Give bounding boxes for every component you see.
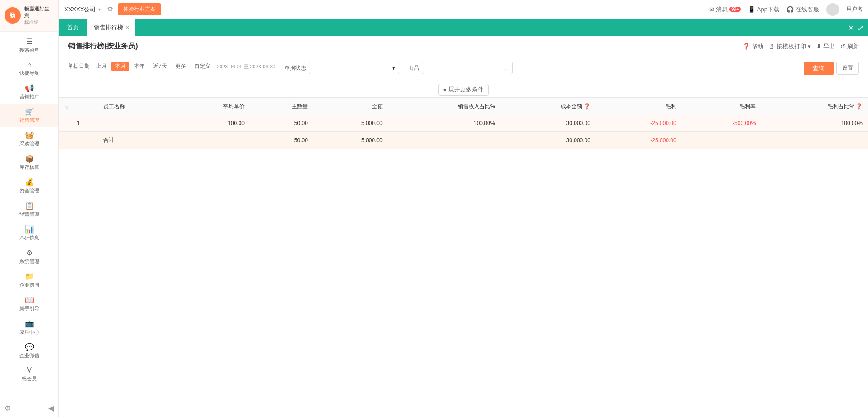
search-nav-icon: ☰ (26, 37, 33, 46)
print-icon: 🖨 (769, 43, 775, 50)
cost-help-icon[interactable]: ❓ (584, 103, 590, 110)
industry-btn[interactable]: 体验行业方案 (118, 3, 161, 15)
footer-empty1 (59, 131, 98, 149)
sidebar-item-marketing[interactable]: 📢 营销推广 (0, 80, 58, 104)
app-download-action[interactable]: 📱 App下载 (748, 5, 779, 14)
cell-rank: 1 (59, 115, 98, 132)
filter-setting-btn[interactable]: 设置 (836, 62, 859, 75)
template-print-btn[interactable]: 🖨 按模板打印 ▾ (769, 43, 811, 51)
date-filter-group: 单据日期 上月 本月 本年 近7天 更多 自定义 2023-06-01 至 20… (68, 62, 275, 71)
message-label: 消息 (716, 5, 728, 14)
tabbar: 首页 销售排行榜 × ✕ ⤢ (59, 19, 868, 36)
sidebar-item-guide[interactable]: 📖 新手引导 (0, 292, 58, 316)
sidebar-item-finance[interactable]: 💰 资金管理 (0, 174, 58, 198)
tab-restore-icon[interactable]: ⤢ (858, 24, 863, 32)
footer-gross-pct (761, 131, 868, 149)
finance-nav-label: 资金管理 (19, 187, 39, 194)
collapse-icon[interactable]: ◀ (48, 404, 54, 412)
cell-name (98, 115, 174, 132)
export-icon: ⬇ (816, 43, 821, 50)
export-label: 导出 (823, 43, 835, 51)
page-header: 销售排行榜(按业务员) ❓ 帮助 🖨 按模板打印 ▾ ⬇ 导出 (59, 36, 868, 57)
apps-nav-label: 应用中心 (19, 329, 39, 336)
col-sales-pct: 销售收入占比% (388, 98, 501, 115)
avatar[interactable] (826, 3, 839, 16)
date-tab-this-month[interactable]: 本月 (111, 62, 129, 71)
main-area: XXXXX公司 ▾ ⚙ 体验行业方案 ✉ 消息 99+ 📱 App下载 🎧 在线… (59, 0, 868, 417)
sidebar-item-member[interactable]: V 畅会员 (0, 363, 58, 386)
sidebar-nav: ☰ 搜索菜单 ⌂ 快捷导航 📢 营销推广 🛒 销售管理 🧺 采购管理 📦 库存核… (0, 32, 58, 399)
member-nav-icon: V (27, 366, 32, 374)
sidebar-item-apps[interactable]: 📺 应用中心 (0, 316, 58, 339)
footer-avg-price (174, 131, 250, 149)
query-btn[interactable]: 查询 (804, 62, 834, 75)
col-gross-rate: 毛利率 (682, 98, 762, 115)
help-btn[interactable]: ❓ 帮助 (743, 43, 763, 51)
guide-nav-icon: 📖 (25, 296, 34, 304)
export-btn[interactable]: ⬇ 导出 (816, 43, 835, 51)
logo-char: 畅 (10, 11, 15, 19)
goods-filter-group: 商品 … (408, 62, 513, 74)
sidebar-item-search[interactable]: ☰ 搜索菜单 (0, 34, 58, 57)
sidebar-item-system[interactable]: ⚙ 系统管理 (0, 245, 58, 268)
help-icon: ❓ (743, 43, 750, 50)
help-label: 帮助 (752, 43, 763, 51)
logo-text-block: 畅赢通好生意 标准版 (24, 5, 54, 26)
footer-label: 合计 (98, 131, 174, 149)
filter-section: 单据日期 上月 本月 本年 近7天 更多 自定义 2023-06-01 至 20… (59, 57, 868, 98)
sidebar-item-base[interactable]: 📊 基础信息 (0, 221, 58, 245)
settings-bottom-icon[interactable]: ⚙ (5, 404, 11, 412)
cell-gross-pct: 100.00% (761, 115, 868, 132)
status-chevron-icon: ▾ (392, 65, 395, 72)
footer-amount: 5,000.00 (313, 131, 388, 149)
online-service-action[interactable]: 🎧 在线客服 (786, 5, 819, 14)
footer-qty: 50.00 (250, 131, 313, 149)
refresh-btn[interactable]: ↺ 刷新 (840, 43, 859, 51)
logo-icon: 畅 (5, 7, 21, 24)
sidebar-item-collab[interactable]: 📁 企业协同 (0, 268, 58, 292)
col-gross-pct: 毛利占比% ❓ (761, 98, 868, 115)
tab-close-all-icon[interactable]: ✕ (848, 24, 854, 32)
wechat-nav-label: 企业微信 (19, 352, 39, 359)
sidebar-item-sales[interactable]: 🛒 销售管理 (0, 104, 58, 127)
date-range: 2023-06-01 至 2023-06-30 (217, 63, 276, 70)
company-selector[interactable]: XXXXX公司 ▾ (64, 5, 101, 14)
date-tab-custom[interactable]: 自定义 (191, 62, 214, 71)
gross-pct-help-icon[interactable]: ❓ (856, 103, 863, 110)
tab-home[interactable]: 首页 (59, 19, 87, 36)
filter-expand-row: ▾ 展开更多条件 (68, 78, 859, 97)
user-name: 用户名 (846, 5, 863, 13)
sidebar-item-nav[interactable]: ⌂ 快捷导航 (0, 57, 58, 80)
topbar: XXXXX公司 ▾ ⚙ 体验行业方案 ✉ 消息 99+ 📱 App下载 🎧 在线… (59, 0, 868, 19)
tab-close-icon[interactable]: × (126, 24, 129, 31)
filter-actions: 查询 设置 (804, 62, 859, 75)
logo-sub: 标准版 (24, 19, 54, 26)
tab-sales-ranking[interactable]: 销售排行榜 × (87, 19, 135, 36)
sidebar-item-management[interactable]: 📋 经营管理 (0, 198, 58, 221)
date-tab-7days[interactable]: 近7天 (149, 62, 171, 71)
logo-text: 畅赢通好生意 (24, 5, 54, 19)
refresh-label: 刷新 (847, 43, 859, 51)
app-download-label: App下载 (757, 5, 779, 14)
sidebar-item-purchase[interactable]: 🧺 采购管理 (0, 127, 58, 151)
system-nav-label: 系统管理 (19, 258, 39, 265)
sidebar: 畅 畅赢通好生意 标准版 ☰ 搜索菜单 ⌂ 快捷导航 📢 营销推广 🛒 销售管理… (0, 0, 59, 417)
goods-input[interactable]: … (422, 62, 513, 74)
message-action[interactable]: ✉ 消息 99+ (709, 5, 741, 14)
nav-nav-label: 快捷导航 (19, 70, 39, 77)
goods-filter-label: 商品 (408, 64, 419, 72)
base-nav-icon: 📊 (25, 225, 34, 234)
status-select[interactable]: ▾ (309, 62, 399, 74)
table-footer-row: 合计 50.00 5,000.00 30,000.00 -25,000.00 (59, 131, 868, 149)
page-title: 销售排行榜(按业务员) (68, 42, 138, 51)
company-name: XXXXX公司 (64, 5, 96, 14)
sidebar-item-wechat[interactable]: 💬 企业微信 (0, 339, 58, 363)
date-tab-this-year[interactable]: 本年 (130, 62, 149, 71)
date-tab-prev-month[interactable]: 上月 (92, 62, 110, 71)
date-tab-more[interactable]: 更多 (172, 62, 190, 71)
expand-btn[interactable]: ▾ 展开更多条件 (438, 84, 489, 96)
filter-main-row: 单据日期 上月 本月 本年 近7天 更多 自定义 2023-06-01 至 20… (68, 57, 859, 78)
sidebar-item-inventory[interactable]: 📦 库存核算 (0, 151, 58, 174)
page-content: 销售排行榜(按业务员) ❓ 帮助 🖨 按模板打印 ▾ ⬇ 导出 (59, 36, 868, 417)
topbar-settings-icon[interactable]: ⚙ (107, 5, 113, 14)
